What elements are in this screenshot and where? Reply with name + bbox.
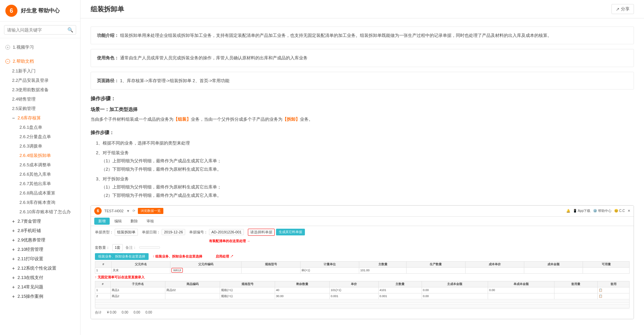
app-close-icon[interactable]: ✕ — [628, 209, 630, 213]
app-selector: TEST-H002 — [104, 209, 123, 213]
screenshot-container: 6 TEST-H002 ▼ ⟳ 浏览数据一览 🔔 📱 App下载 ⚙️ 帮助中心… — [91, 205, 634, 319]
assembly-select-input[interactable]: 请选择料单据 — [248, 229, 275, 236]
sidebar-item-inv-error[interactable]: 2.6.10库存账本错了怎么办 — [19, 207, 80, 217]
assembly-tab-btn[interactable]: 组装业务、拆卸业务在这里选择 — [95, 253, 149, 260]
sidebar-item-new[interactable]: 2.1新手入门 — [12, 66, 80, 76]
sidebar-item-purchase[interactable]: 2.5采购管理 — [12, 104, 80, 113]
annotation-row-1: 有装配清单的在这里处理 → — [95, 238, 630, 243]
sidebar-item-transfer[interactable]: 2.6.3调拨单 — [19, 142, 80, 151]
sidebar-item-cases[interactable]: + 2.15操作案例 — [12, 292, 80, 301]
cell-main-qty-2: 0.001 — [378, 293, 422, 299]
cell-parent-name: 关末 — [112, 267, 170, 273]
sidebar-item-sys[interactable]: + 2.12系统个性化设置 — [12, 264, 80, 273]
step3-2: （2）下部明细为子件明细，最终作为产成品生成其它入库单。 — [101, 191, 634, 200]
scene1-desc: 当由多个子件材料组装成一个成品的业务为【组装】业务，当由一个父件拆分成多个子产品… — [91, 115, 634, 124]
step3: 3、对于拆卸业务 — [96, 175, 634, 183]
col-spec2: 规格型号 — [220, 281, 275, 287]
docs-subitems: 2.1新手入门 2.2产品安装及登录 2.3使用前数据准备 2.4销售管理 2.… — [0, 66, 80, 301]
app-icon-phone: 📱 App下载 — [573, 209, 590, 213]
col-unit-cost: 单成本金额 — [488, 281, 554, 287]
sidebar-item-faq[interactable]: + 2.14常见问题 — [12, 282, 80, 292]
sidebar-item-mobile[interactable]: + 2.8手机旺铺 — [12, 226, 80, 235]
sidebar-item-goods-cost[interactable]: 2.6.8商品成本重算 — [19, 188, 80, 198]
sidebar-item-install[interactable]: 2.2产品安装及登录 — [12, 76, 80, 85]
col-num2: # — [95, 281, 111, 287]
form-row-2: 套数量： 1套 备注： — [95, 244, 630, 251]
sidebar-item-capital[interactable]: + 2.7资金管理 — [12, 217, 80, 226]
sidebar-item-split-stocktake[interactable]: 2.6.2分量盘点单 — [19, 132, 80, 142]
table-footer: 合计 ¥ 0.00 0.00 0.00 0.00 — [95, 309, 630, 316]
sidebar-item-inv-query[interactable]: 2.6.9库存账本查询 — [19, 198, 80, 207]
sidebar-item-coupon[interactable]: + 2.9优惠券管理 — [12, 235, 80, 245]
cell-remain-2: 30.00 — [275, 293, 329, 299]
sidebar-item-print[interactable]: + 2.11打印设置 — [12, 254, 80, 264]
app-logo: 6 — [94, 207, 102, 215]
col-suit-qty: 套用量 — [554, 281, 597, 287]
step1: 1、根据不同的业务，选择不同单据的类型来处理 — [96, 139, 634, 148]
col-num: # — [95, 261, 112, 267]
step2: 2、对于组装业务 — [96, 149, 634, 157]
cell-unit-cost-1: 0.00 — [488, 287, 554, 293]
intro-label: 功能介绍： — [97, 33, 119, 38]
col-parent-code: 父元件编码 — [170, 261, 241, 267]
sidebar-item-data[interactable]: 2.3使用前数据准备 — [12, 85, 80, 95]
sidebar-item-stocktake[interactable]: 2.6.1盘点单 — [19, 123, 80, 132]
col-remain-qty: 剩余数量 — [275, 281, 329, 287]
tab-new[interactable]: 新增 — [94, 218, 110, 225]
sidebar-section-inventory: − 2.6库存核算 2.6.1盘点单 2.6.2分量盘点单 2.6.3调拨单 2… — [12, 113, 80, 217]
remark-label: 备注： — [125, 245, 137, 250]
sidebar-item-sales[interactable]: 2.4销售管理 — [12, 95, 80, 104]
cases-label: 2.15操作案例 — [17, 293, 43, 299]
role-text: 通常由生产人员或库管人员完成拆装业务的操作，库管人员确认原材料的出库和产成品的入… — [120, 55, 308, 60]
search-icon[interactable]: 🔍 — [67, 27, 73, 33]
app-header-right: 🔔 📱 App下载 ⚙️ 帮助中心 😊 C.C ✕ — [566, 209, 630, 213]
pay-label: 2.13在线支付 — [17, 275, 43, 281]
expand-icon-pay: + — [12, 275, 15, 280]
cell-spec — [241, 267, 300, 273]
qty-value: 1套 — [112, 244, 123, 251]
col-cost-amount: 成本金额 — [524, 261, 583, 267]
annotation-text-4: ↑ 无固定清单可以在这里直接录入 — [95, 275, 630, 280]
empty-row-7 — [95, 306, 630, 308]
sidebar-item-video[interactable]: + 1.视频学习 — [0, 42, 80, 52]
sidebar-item-other-out[interactable]: 2.6.7其他出库单 — [19, 179, 80, 188]
generate-btn[interactable]: 生成其它料单据 — [276, 229, 305, 235]
table-row — [95, 306, 630, 308]
expand-icon-faq: + — [12, 284, 15, 290]
col-prod-qty: 生产数量 — [407, 261, 465, 267]
sidebar-item-other-in[interactable]: 2.6.6其他入库单 — [19, 170, 80, 179]
tab-delete[interactable]: 删除 — [126, 218, 142, 225]
form-docno: 单据编号： AD-20191226-001 — [189, 229, 244, 235]
col-price: 单价 — [330, 281, 378, 287]
docno-value: AD-20191226-001 — [209, 229, 244, 235]
sidebar-item-inventory[interactable]: − 2.6库存核算 — [12, 113, 80, 123]
remark-input[interactable] — [139, 246, 160, 248]
sidebar-item-pay[interactable]: + 2.13在线支付 — [12, 273, 80, 282]
tab-edit[interactable]: 编辑 — [110, 218, 126, 225]
doctype-value: 组装拆卸单 — [115, 229, 138, 236]
docno-label: 单据编号： — [189, 230, 208, 235]
cell-suit-qty-2 — [554, 293, 597, 299]
sidebar-item-cost[interactable]: 2.6.5成本调整单 — [19, 160, 80, 170]
app-dropdown-icon: ▼ — [126, 209, 130, 213]
share-button[interactable]: ↗ 分享 — [611, 4, 634, 14]
sidebar-item-assembly[interactable]: 2.6.4组装拆卸单 — [19, 151, 80, 160]
tab-approve[interactable]: 审核 — [143, 218, 158, 225]
date-value: 2019-12-26 — [162, 229, 185, 235]
annotation-text-3: 启用处理 ↗ — [216, 254, 233, 259]
search-input[interactable] — [7, 27, 67, 33]
share-icon: ↗ — [616, 7, 620, 12]
cell-suit-1: 📋 — [597, 287, 629, 293]
browse-data-btn[interactable]: 浏览数据一览 — [138, 208, 163, 214]
sidebar-item-ops[interactable]: + 2.10经营管理 — [12, 245, 80, 254]
parent-code-input[interactable]: WKUI — [171, 268, 183, 273]
cell-unit-cost-2 — [488, 293, 554, 299]
search-input-wrap[interactable]: 🔍 — [4, 25, 76, 35]
expand-icon-ops: + — [12, 247, 15, 252]
expand-icon-capital: + — [12, 219, 15, 224]
expand-icon-cases: + — [12, 294, 15, 299]
sidebar-item-docs[interactable]: − 2.帮助文档 — [0, 56, 80, 66]
search-box: 🔍 — [0, 22, 80, 38]
expand-icon-mobile: + — [12, 228, 15, 233]
docs-label: 2.帮助文档 — [13, 58, 34, 64]
